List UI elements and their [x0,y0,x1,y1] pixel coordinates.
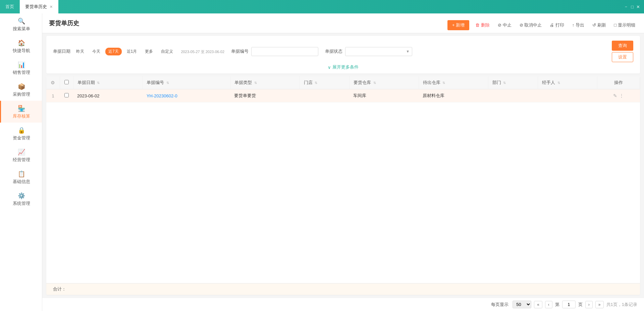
row-date: 2023-06-02 [73,89,143,102]
sidebar-item-system[interactable]: ⚙️ 系统管理 [0,188,42,210]
expand-more-btn[interactable]: ∨ 展开更多条件 [53,62,633,70]
col-date-sort-icon: ⇅ [97,81,100,85]
row-store [300,89,349,102]
col-checkbox [60,76,73,89]
basic-info-icon: 📋 [18,171,25,177]
date-filter-label: 单据日期 [53,48,70,54]
date-quick-filters: 昨天 今天 近7天 近1月 更多 自定义 [73,48,176,55]
print-button[interactable]: 🖨 打印 [548,21,566,30]
status-select[interactable] [345,47,412,56]
expand-more-icon: ∨ [328,65,331,70]
date-more[interactable]: 更多 [142,48,156,55]
date-last7days[interactable]: 近7天 [105,48,122,55]
system-icon: ⚙️ [18,193,25,199]
col-bill-type-label: 单据类型 [234,80,252,85]
tab-history-label: 要货单历史 [25,4,47,10]
row-more-icon[interactable]: ⋮ [619,93,624,98]
row-edit-icon[interactable]: ✎ [613,93,617,98]
tab-home[interactable]: 首页 [0,0,20,13]
col-department-label: 部门 [492,80,501,85]
page-total: 共1页，1条记录 [606,302,637,308]
pagination-bar: 每页显示 50 10 20 100 « ‹ 第 页 › » 共1页，1条记录 [42,298,644,311]
sidebar-item-inventory[interactable]: 🏪 库存核算 [0,101,42,123]
sidebar-item-sales[interactable]: 📊 销售管理 [0,57,42,79]
col-department[interactable]: 部门 ⇅ [488,76,538,89]
sidebar-item-operation[interactable]: 📈 经营管理 [0,144,42,166]
sidebar-item-purchase[interactable]: 📦 采购管理 [0,79,42,101]
col-department-sort-icon: ⇅ [503,81,506,85]
row-bill-no-link[interactable]: YH-20230602-0 [147,93,177,98]
col-dest-warehouse-sort-icon: ⇅ [442,81,445,85]
sidebar-item-finance-label: 资金管理 [13,135,30,141]
col-handler[interactable]: 经手人 ⇅ [538,76,597,89]
filter-settings-button[interactable]: 设置 [612,52,633,62]
maximize-icon[interactable]: □ [631,4,634,9]
bill-no-input[interactable] [251,47,318,56]
sidebar-item-basic-info-label: 基础信息 [13,179,30,185]
col-store[interactable]: 门店 ⇅ [300,76,349,89]
tab-history-close[interactable]: ✕ [50,5,53,9]
col-settings[interactable]: ⚙ [46,76,60,89]
delete-button[interactable]: 🗑 删除 [473,21,492,30]
expand-more-label: 展开更多条件 [332,64,359,70]
row-bill-no[interactable]: YH-20230602-0 [143,89,230,102]
date-yesterday[interactable]: 昨天 [73,48,87,55]
col-bill-no[interactable]: 单据编号 ⇅ [143,76,230,89]
next-page-btn[interactable]: › [585,301,593,308]
col-req-warehouse[interactable]: 要货仓库 ⇅ [349,76,419,89]
sidebar-item-search-menu[interactable]: 🔍 搜索菜单 [0,13,42,35]
table-footer: 合计： [46,283,640,295]
operation-icon: 📈 [18,149,25,155]
status-label: 单据状态 [325,48,342,54]
sidebar-item-basic-info[interactable]: 📋 基础信息 [0,166,42,188]
row-select-checkbox[interactable] [64,93,69,97]
row-checkbox[interactable] [60,89,73,102]
date-custom[interactable]: 自定义 [158,48,176,55]
col-date[interactable]: 单据日期 ⇅ [73,76,143,89]
sidebar-item-inventory-label: 库存核算 [13,113,30,119]
export-button[interactable]: ↑ 导出 [570,21,586,30]
first-page-btn[interactable]: « [534,301,542,308]
sidebar-item-finance[interactable]: 🔒 资金管理 [0,123,42,144]
footer-summary-label: 合计： [53,286,66,292]
sales-icon: 📊 [18,62,25,68]
bill-no-filter-group: 单据编号 [231,47,318,56]
status-filter-group: 单据状态 ▼ [325,47,412,56]
col-action: 操作 [597,76,640,89]
sidebar: 🔍 搜索菜单 🏠 快捷导航 📊 销售管理 📦 采购管理 🏪 库存核算 🔒 资金管… [0,13,42,311]
date-last1month[interactable]: 近1月 [124,48,140,55]
prev-page-btn[interactable]: ‹ [545,301,552,308]
sidebar-item-system-label: 系统管理 [13,201,30,207]
minimize-icon[interactable]: － [624,4,628,10]
tab-history[interactable]: 要货单历史 ✕ [20,0,58,13]
close-icon[interactable]: ✕ [636,4,640,9]
window-controls: － □ ✕ [620,4,644,10]
sidebar-item-sales-label: 销售管理 [13,70,30,76]
page-prefix: 第 [555,302,559,308]
select-all-checkbox[interactable] [64,80,69,84]
show-detail-button[interactable]: □ 显示明细 [612,21,637,30]
col-action-label: 操作 [614,80,623,85]
page-size-select[interactable]: 50 10 20 100 [513,301,531,308]
refresh-button[interactable]: ↺ 刷新 [590,21,608,30]
page-number-input[interactable] [562,301,576,308]
bill-no-label: 单据编号 [231,48,249,54]
column-settings-icon[interactable]: ⚙ [51,80,55,85]
cancel-stop-button[interactable]: ⊘ 取消中止 [518,21,544,30]
col-handler-sort-icon: ⇅ [557,81,560,85]
page-suffix: 页 [578,302,583,308]
col-bill-type[interactable]: 单据类型 ⇅ [230,76,300,89]
new-button[interactable]: + 新增 [447,20,469,30]
col-dest-warehouse[interactable]: 待出仓库 ⇅ [419,76,488,89]
sidebar-item-purchase-label: 采购管理 [13,91,30,97]
table-area: ⚙ 单据日期 ⇅ 单据编号 ⇅ [46,76,640,295]
query-button[interactable]: 查询 [612,41,633,51]
stop-button[interactable]: ⊘ 中止 [496,21,514,30]
date-today[interactable]: 今天 [89,48,103,55]
table-row: 1 2023-06-02 YH-20230602-0 要货单要货 车间库 原材料… [46,89,640,102]
sidebar-item-operation-label: 经营管理 [13,157,30,163]
purchase-icon: 📦 [18,84,25,90]
last-page-btn[interactable]: » [595,301,604,308]
col-dest-warehouse-label: 待出仓库 [423,80,440,85]
sidebar-item-quick-nav[interactable]: 🏠 快捷导航 [0,35,42,57]
